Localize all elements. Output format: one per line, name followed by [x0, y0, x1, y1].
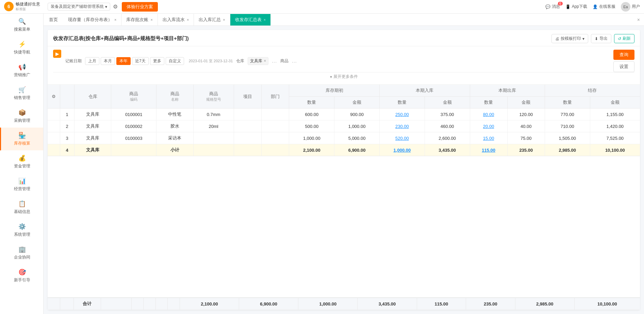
date-label: 记账日期 — [65, 58, 82, 64]
tab-close-stock-distribution[interactable]: × — [114, 18, 116, 22]
tab-home[interactable]: 首页 — [44, 14, 63, 26]
setting-button[interactable]: 设置 — [613, 61, 634, 72]
sidebar-item-purchase[interactable]: 📦 采购管理 — [0, 105, 43, 128]
th-settings[interactable]: ⚙ — [48, 85, 60, 109]
sidebar-item-marketing[interactable]: 📢 营销推广 — [0, 59, 43, 82]
tab-close-in-out-summary[interactable]: × — [223, 18, 225, 22]
date-btn-last-month[interactable]: 上月 — [85, 57, 99, 65]
cell-in-amt: 3,435.00 — [425, 144, 470, 156]
sidebar-label-newbie: 新手引导 — [14, 277, 30, 283]
tab-in-out-flow[interactable]: 出入库流水 × — [158, 14, 194, 26]
footer-balance-qty: 2,985.00 — [515, 298, 574, 310]
cell-out-qty-link[interactable]: 15.00 — [483, 136, 494, 141]
cell-in-qty-link[interactable]: 1,000.00 — [394, 148, 411, 153]
app-download-label: App下载 — [572, 4, 587, 10]
cell-in-qty[interactable]: 250.00 — [380, 109, 425, 120]
newbie-icon: 🎯 — [18, 268, 26, 276]
tab-stock-distribution[interactable]: 现存量（库存分布表） × — [63, 14, 121, 26]
sidebar-item-enterprise[interactable]: 🏢 企业协同 — [0, 242, 43, 264]
tab-label-batch-accounts: 库存批次账 — [126, 17, 148, 23]
cell-out-qty[interactable]: 80.00 — [470, 109, 507, 120]
date-btn-this-year[interactable]: 本年 — [116, 57, 131, 65]
sidebar-item-newbie[interactable]: 🎯 新手引导 — [0, 264, 43, 287]
logo-area: 6 畅捷通好生意 标准版 — [4, 2, 48, 11]
cell-spec — [193, 132, 234, 144]
user-label: 用户 — [632, 4, 640, 10]
sidebar-item-finance[interactable]: 💰 资金管理 — [0, 150, 43, 173]
cell-name: 胶水 — [156, 120, 194, 132]
settings-icon[interactable]: ⚙ — [113, 3, 118, 10]
warehouse-tag-text: 文具库 — [250, 58, 262, 64]
tab-close-in-out-flow[interactable]: × — [187, 18, 189, 22]
cell-in-amt: 375.00 — [425, 109, 470, 120]
cell-out-qty[interactable]: 115.00 — [470, 144, 507, 156]
message-item[interactable]: 💬 消息 6 — [545, 4, 560, 10]
cell-spec: 0.7mm — [193, 109, 234, 120]
cell-in-qty[interactable]: 520.00 — [380, 132, 425, 144]
refresh-button[interactable]: ↺ 刷新 — [614, 34, 634, 43]
filter-toggle[interactable]: ▶ — [53, 50, 61, 58]
cell-out-qty-link[interactable]: 20.00 — [483, 124, 494, 129]
cell-project — [234, 144, 261, 156]
sidebar-item-search[interactable]: 🔍 搜索菜单 — [0, 14, 43, 36]
cell-settings — [48, 120, 60, 132]
cell-in-qty-link[interactable]: 520.00 — [395, 136, 409, 141]
goods-ellipsis[interactable]: ... — [292, 58, 297, 64]
date-btn-more[interactable]: 更多 — [150, 57, 164, 65]
cell-department — [262, 120, 289, 132]
query-button[interactable]: 查询 — [613, 50, 634, 60]
cell-in-qty[interactable]: 1,000.00 — [380, 144, 425, 156]
cell-in-qty-link[interactable]: 250.00 — [395, 112, 409, 117]
user-item[interactable]: Ea 用户 — [621, 2, 640, 12]
trial-button[interactable]: 体验行业方案 — [122, 2, 158, 12]
print-button[interactable]: 🖨 按模板打印 ▾ — [551, 34, 588, 43]
phone-icon: 📱 — [565, 4, 571, 9]
footer-out-amt: 235.00 — [466, 298, 515, 310]
tab-close-batch-accounts[interactable]: × — [150, 18, 152, 22]
sidebar-item-quick[interactable]: ⚡ 快捷导航 — [0, 36, 43, 59]
online-service-item[interactable]: 👤 在线客服 — [593, 4, 615, 10]
cell-opening-amt: 5,000.00 — [334, 132, 380, 144]
warehouse-tag[interactable]: 文具库 × — [248, 57, 268, 65]
print-label: 按模板打印 — [561, 36, 581, 42]
sidebar-item-system[interactable]: ⚙️ 系统管理 — [0, 219, 43, 242]
tab-close-stock-summary[interactable]: × — [264, 18, 266, 22]
page-title: 收发存汇总表(按仓库+商品编码+商品+规格型号+项目+部门) — [53, 35, 189, 42]
title-actions: 🖨 按模板打印 ▾ ⬇ 导出 ↺ 刷新 — [551, 34, 634, 43]
expand-conditions[interactable]: ▾ 展开更多条件 — [53, 72, 634, 81]
date-btn-this-month[interactable]: 本月 — [101, 57, 115, 65]
sidebar-item-inventory[interactable]: 🏪 库存核算 — [0, 128, 43, 150]
warehouse-tag-close[interactable]: × — [264, 59, 266, 63]
date-btn-7days[interactable]: 近7天 — [132, 57, 149, 65]
th-out-qty: 数量 — [470, 97, 507, 109]
close-all-tabs[interactable]: × — [633, 17, 644, 22]
sales-icon: 🛒 — [18, 86, 26, 94]
sidebar-item-basic[interactable]: 📋 基础信息 — [0, 196, 43, 219]
date-btn-custom[interactable]: 自定义 — [166, 57, 184, 65]
warehouse-ellipsis[interactable]: ... — [272, 58, 277, 64]
footer-opening-qty: 2,100.00 — [180, 298, 239, 310]
table-footer: 合计 2,100.00 6,900.00 1,000.00 3,435.00 1… — [48, 297, 640, 310]
sidebar-item-sales[interactable]: 🛒 销售管理 — [0, 82, 43, 105]
sidebar-item-operation[interactable]: 📊 经营管理 — [0, 173, 43, 196]
footer-empty-settings — [48, 298, 60, 310]
cell-no: 4 — [60, 144, 74, 156]
cell-code — [111, 144, 156, 156]
tab-label-stock-distribution: 现存量（库存分布表） — [68, 17, 112, 23]
cell-out-qty[interactable]: 20.00 — [470, 120, 507, 132]
cell-in-qty[interactable]: 230.00 — [380, 120, 425, 132]
app-download-item[interactable]: 📱 App下载 — [565, 4, 587, 10]
export-button[interactable]: ⬇ 导出 — [591, 34, 611, 43]
cell-out-qty-link[interactable]: 115.00 — [482, 148, 495, 153]
th-out-amt: 金额 — [507, 97, 545, 109]
th-spec: 商品 规格型号 — [193, 85, 234, 109]
cell-out-qty-link[interactable]: 80.00 — [483, 112, 494, 117]
system-icon: ⚙️ — [18, 223, 26, 230]
tab-stock-summary[interactable]: 收发存汇总表 × — [230, 14, 271, 26]
tab-in-out-summary[interactable]: 出入库汇总 × — [194, 14, 230, 26]
cell-out-qty[interactable]: 15.00 — [470, 132, 507, 144]
tab-batch-accounts[interactable]: 库存批次账 × — [121, 14, 158, 26]
cell-balance-qty: 2,985.00 — [545, 144, 590, 156]
cell-in-qty-link[interactable]: 230.00 — [395, 124, 409, 129]
system-select[interactable]: 装备及固定资产辅助管理系统 ▾ — [48, 3, 110, 11]
